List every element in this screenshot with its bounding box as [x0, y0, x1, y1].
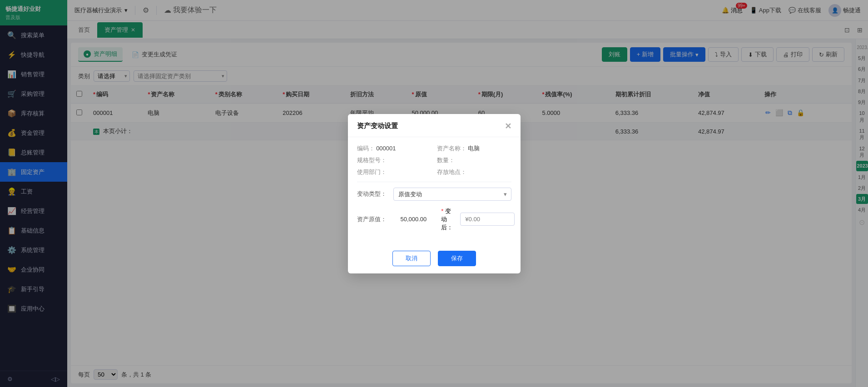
- modal-info-location: 存放地点：: [437, 168, 511, 176]
- modal-info-code: 编码： 000001: [357, 144, 432, 153]
- modal-header: 资产变动设置 ✕: [348, 114, 521, 137]
- modal-info-name: 资产名称： 电脑: [437, 144, 511, 153]
- modal-change-type-select[interactable]: 原值变动: [393, 188, 511, 201]
- modal-spec-label: 规格型号：: [357, 157, 387, 164]
- modal-original-value-value: 50,000.00: [401, 216, 427, 223]
- modal-location-label: 存放地点：: [437, 169, 466, 175]
- modal-after-change-input[interactable]: [460, 213, 515, 226]
- modal-dept-label: 使用部门：: [357, 169, 387, 175]
- modal-close-button[interactable]: ✕: [505, 121, 511, 131]
- modal-code-label: 编码：: [357, 145, 375, 152]
- modal-quantity-label: 数量：: [437, 157, 455, 164]
- modal-info-quantity: 数量：: [437, 156, 511, 164]
- modal-change-type-label: 变动类型：: [357, 190, 393, 198]
- modal-info-grid: 编码： 000001 资产名称： 电脑 规格型号： 数量： 使用部门：: [357, 144, 511, 176]
- modal-name-value: 电脑: [468, 145, 480, 152]
- modal-cancel-button[interactable]: 取消: [392, 251, 431, 266]
- modal-original-value-label: 资产原值：: [357, 215, 393, 223]
- modal-overlay[interactable]: 资产变动设置 ✕ 编码： 000001 资产名称： 电脑 规格型号： 数: [0, 0, 868, 387]
- modal-info-spec: 规格型号：: [357, 156, 432, 164]
- modal-info-dept: 使用部门：: [357, 168, 432, 176]
- modal-footer: 取消 保存: [348, 245, 521, 273]
- modal-change-type-select-wrap: 原值变动: [393, 188, 511, 201]
- modal-after-change-required: *变动后：: [441, 207, 453, 232]
- modal-save-button[interactable]: 保存: [438, 251, 476, 266]
- modal-name-label: 资产名称：: [437, 145, 466, 152]
- modal-divider: [357, 182, 511, 182]
- modal-field-values: 资产原值： 50,000.00 *变动后：: [357, 207, 511, 232]
- modal-code-value: 000001: [376, 145, 396, 152]
- asset-change-modal: 资产变动设置 ✕ 编码： 000001 资产名称： 电脑 规格型号： 数: [348, 114, 521, 273]
- modal-field-change-type: 变动类型： 原值变动: [357, 188, 511, 201]
- modal-title: 资产变动设置: [357, 122, 398, 130]
- modal-body: 编码： 000001 资产名称： 电脑 规格型号： 数量： 使用部门：: [348, 137, 521, 245]
